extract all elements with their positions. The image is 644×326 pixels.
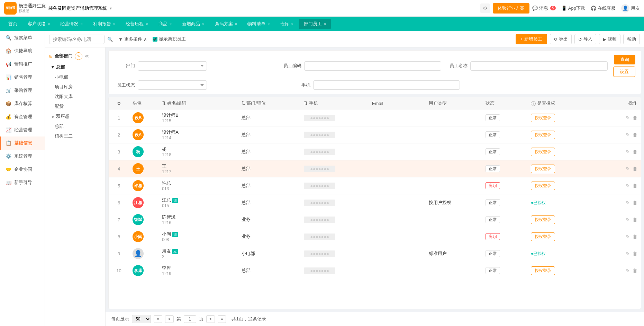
delete-icon[interactable]: 🗑: [633, 251, 637, 256]
tab-department[interactable]: 部门员工×: [299, 19, 331, 29]
prev-page-btn[interactable]: <: [165, 315, 174, 323]
delete-icon[interactable]: 🗑: [633, 166, 637, 171]
edit-icon[interactable]: ✎: [626, 115, 630, 121]
tab-barcode-close[interactable]: ×: [235, 22, 237, 26]
tab-product[interactable]: 商品×: [154, 19, 176, 29]
tab-profit[interactable]: 利润报告×: [88, 19, 120, 29]
col-dept[interactable]: ⇅ 部门/职位: [238, 97, 300, 109]
edit-icon[interactable]: ✎: [626, 200, 630, 205]
message-btn[interactable]: 💬 消息 5: [532, 5, 556, 11]
experience-btn[interactable]: 体验行业方案: [493, 3, 529, 14]
dept-collapse-icon[interactable]: ≪: [84, 54, 89, 59]
tab-bom[interactable]: 物料清单×: [243, 19, 274, 29]
authorize-btn[interactable]: 授权登录: [531, 182, 555, 190]
tab-operations-close[interactable]: ×: [80, 22, 82, 26]
set-btn[interactable]: 设置: [613, 67, 635, 77]
tab-warehouse[interactable]: 仓库×: [275, 19, 298, 29]
delete-icon[interactable]: 🗑: [633, 217, 637, 222]
sidebar-item-inventory[interactable]: 📦 库存核算: [0, 97, 45, 110]
app-download-btn[interactable]: 📱 App下载: [561, 5, 585, 11]
export-btn[interactable]: ↻ 导出: [550, 34, 572, 44]
show-resigned-label[interactable]: 显示离职员工: [153, 36, 186, 42]
search-btn[interactable]: 查询: [614, 55, 635, 64]
first-page-btn[interactable]: «: [154, 315, 162, 323]
sidebar-item-sales[interactable]: 📊 销售管理: [0, 71, 45, 84]
sidebar-item-enterprise[interactable]: 🤝 企业协同: [0, 163, 45, 176]
col-phone[interactable]: ⇅ 手机: [300, 97, 369, 109]
dept-tree-header[interactable]: ⊞ 全部部门 ✎ ≪: [45, 50, 105, 62]
import-btn[interactable]: ↺ 导入: [574, 34, 596, 44]
user-area[interactable]: 👤 用友: [621, 4, 640, 12]
delete-icon[interactable]: 🗑: [633, 183, 637, 188]
tab-add-product[interactable]: 新增商品×: [177, 19, 209, 29]
last-page-btn[interactable]: »: [218, 315, 226, 323]
tab-customer[interactable]: 客户联络×: [23, 19, 55, 29]
delete-icon[interactable]: 🗑: [633, 132, 637, 138]
settings-icon[interactable]: ⚙: [480, 3, 490, 13]
edit-icon[interactable]: ✎: [626, 149, 630, 155]
edit-icon[interactable]: ✎: [626, 268, 630, 273]
col-name-code[interactable]: ⇅ 姓名/编码: [158, 97, 238, 109]
more-conditions-btn[interactable]: ▼ 更多条件 ∧: [116, 35, 150, 44]
edit-icon[interactable]: ✎: [626, 217, 630, 222]
tab-warehouse-close[interactable]: ×: [291, 22, 293, 26]
authorize-btn[interactable]: 授权登录: [531, 232, 555, 241]
dept-item-peihu[interactable]: 配货: [45, 102, 105, 111]
dept-section-general[interactable]: ▼ 总部: [45, 62, 105, 72]
edit-icon[interactable]: ✎: [626, 166, 630, 171]
filter-name-input[interactable]: [470, 61, 608, 71]
authorize-btn[interactable]: 授权登录: [531, 266, 555, 275]
authorized-info-icon[interactable]: i: [531, 101, 536, 106]
sidebar-item-marketing[interactable]: 📢 营销推广: [0, 58, 45, 71]
dept-item-project[interactable]: 项目库房: [45, 82, 105, 92]
tab-bom-close[interactable]: ×: [267, 22, 270, 26]
authorize-btn[interactable]: 授权登录: [531, 114, 555, 122]
filter-phone-input[interactable]: [313, 80, 460, 90]
edit-icon[interactable]: ✎: [626, 132, 630, 138]
authorize-btn[interactable]: 授权登录: [531, 215, 555, 224]
online-service-btn[interactable]: 🎧 在线客服: [591, 5, 616, 11]
edit-icon[interactable]: ✎: [626, 251, 630, 256]
delete-icon[interactable]: 🗑: [633, 234, 637, 239]
page-input[interactable]: [184, 315, 196, 323]
delete-icon[interactable]: 🗑: [633, 200, 637, 205]
tab-process[interactable]: 经营历程×: [121, 19, 153, 29]
authorize-btn[interactable]: 授权登录: [531, 131, 555, 139]
tab-home[interactable]: 首页: [3, 19, 22, 29]
add-employee-btn[interactable]: + 新增员工: [516, 34, 547, 44]
authorize-btn[interactable]: 授权登录: [531, 148, 555, 156]
tab-department-close[interactable]: ×: [324, 22, 326, 26]
view-btn[interactable]: ▶ 视频: [599, 34, 620, 44]
sidebar-item-system[interactable]: ⚙️ 系统管理: [0, 150, 45, 163]
sidebar-item-basic[interactable]: 📋 基础信息: [0, 136, 45, 150]
next-page-btn[interactable]: >: [206, 315, 215, 323]
help-btn[interactable]: 帮助: [623, 34, 640, 44]
delete-icon[interactable]: 🗑: [633, 149, 637, 155]
edit-icon[interactable]: ✎: [626, 183, 630, 188]
tab-customer-close[interactable]: ×: [48, 22, 50, 26]
edit-icon[interactable]: ✎: [626, 234, 630, 239]
col-settings[interactable]: ⚙: [109, 97, 129, 109]
sidebar-item-purchase[interactable]: 🛒 采购管理: [0, 84, 45, 97]
tab-product-close[interactable]: ×: [170, 22, 172, 26]
filter-code-input[interactable]: [304, 61, 442, 71]
per-page-select[interactable]: 50 100: [132, 315, 151, 323]
sidebar-item-finance[interactable]: 💰 资金管理: [0, 110, 45, 123]
delete-icon[interactable]: 🗑: [633, 115, 637, 121]
search-input[interactable]: [49, 35, 105, 44]
tab-add-product-close[interactable]: ×: [202, 22, 204, 26]
dept-item-zongbu[interactable]: 总部: [45, 122, 105, 131]
authorize-btn[interactable]: 授权登录: [531, 165, 555, 173]
filter-status-select[interactable]: [138, 80, 207, 90]
search-icon-btn[interactable]: 🔍: [107, 37, 113, 42]
tab-barcode[interactable]: 条码方案×: [210, 19, 242, 29]
sidebar-item-search[interactable]: 🔍 搜索菜单: [0, 31, 45, 44]
show-resigned-checkbox[interactable]: [153, 37, 157, 42]
sidebar-item-quick-nav[interactable]: 🏠 快捷导航: [0, 44, 45, 58]
sidebar-item-operations[interactable]: 📈 经营管理: [0, 123, 45, 136]
dept-item-shuangzuoxiang[interactable]: ▶ 双座想: [45, 111, 105, 122]
dept-item-shenyang[interactable]: 沈阳大库: [45, 92, 105, 102]
tab-operations[interactable]: 经营情况×: [55, 19, 87, 29]
dept-item-zhishu[interactable]: 植树王二: [45, 131, 105, 141]
tab-process-close[interactable]: ×: [146, 22, 148, 26]
